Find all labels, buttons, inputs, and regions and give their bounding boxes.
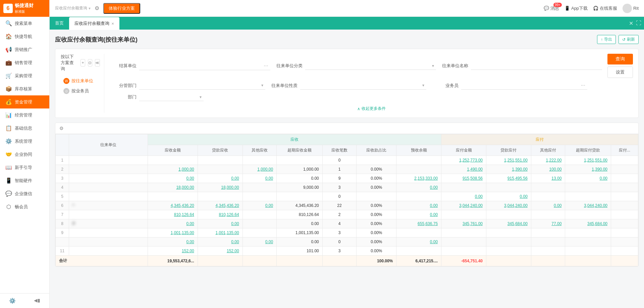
cell-link[interactable]: 18,000.00 [221, 185, 239, 190]
cell-link[interactable]: 13.00 [551, 176, 561, 181]
cell-link[interactable]: 810,126.64 [219, 212, 239, 217]
cell-link[interactable]: 77.00 [551, 221, 561, 226]
cell-link[interactable]: 0.00 [186, 176, 194, 181]
cell-link[interactable]: 0.00 [231, 239, 239, 244]
unit-name-input[interactable] [471, 62, 602, 70]
online-service-btn[interactable]: 🎧 在线客服 [593, 5, 617, 11]
cell-link[interactable]: 655,636.75 [418, 221, 438, 226]
table-settings-icon[interactable]: ⚙ [59, 126, 64, 131]
cell-link[interactable]: 915,495.56 [507, 176, 528, 181]
cell-link[interactable]: 810,126.64 [174, 212, 194, 217]
cell-link[interactable]: 915,508.56 [463, 176, 483, 181]
sidebar-item-quick-nav[interactable]: 🏠 快捷导航 [0, 30, 49, 43]
cell-link[interactable]: 1,000.00 [257, 167, 273, 172]
unit-nature-select[interactable]: ▾ [300, 82, 426, 90]
division-select[interactable]: ▾ [139, 82, 265, 90]
cell-link[interactable]: 152.00 [182, 249, 194, 253]
cell-link[interactable]: 4,345,436.20 [171, 203, 194, 208]
salesman-input[interactable]: ··· [461, 81, 587, 90]
cell-link[interactable]: 100.00 [549, 167, 562, 172]
table-row[interactable]: 21,000.001,000.001,000.0010.00%1,490.001… [56, 165, 638, 174]
cell-link[interactable]: 345,684.00 [507, 221, 528, 226]
department-select[interactable]: ▾ [139, 93, 204, 101]
add-scheme-btn[interactable]: + [80, 59, 85, 67]
expand-btn[interactable]: ⛶ [636, 20, 641, 26]
sidebar-item-wechat[interactable]: 💬 企业微信 [0, 187, 49, 200]
cell-link[interactable]: 4,345,436.20 [216, 203, 239, 208]
sidebar-item-guide[interactable]: 📖 新手引导 [0, 161, 49, 174]
user-info[interactable]: Rit [623, 4, 639, 13]
sidebar-item-member[interactable]: ⬡ 畅会员 [0, 200, 49, 213]
cell-link[interactable]: 0.00 [231, 221, 239, 226]
cell-link[interactable]: 2,153,333.00 [414, 176, 438, 181]
table-row[interactable]: 30.000.000.000.0090.00%2,153,333.00915,5… [56, 174, 638, 183]
app-download-btn[interactable]: 📱 App下载 [565, 5, 588, 11]
cell-link[interactable]: 1,252,773.00 [459, 158, 483, 163]
table-row[interactable]: 8P0.000.000.0040.00%655,636.75345,761.00… [56, 219, 638, 228]
close-window-btn[interactable]: ✕ [629, 20, 633, 27]
cell-link[interactable]: 3,044,240.00 [504, 203, 528, 208]
mode-by-unit[interactable]: W 按往来单位 [61, 76, 100, 86]
cell-link[interactable]: 1,000.00 [178, 167, 194, 172]
gear-icon[interactable]: ⚙ [95, 5, 99, 11]
sidebar-item-collab[interactable]: 🤝 企业协同 [0, 148, 49, 161]
sidebar-item-operations[interactable]: 📊 经营管理 [0, 108, 49, 122]
cell-link[interactable]: 0.00 [520, 194, 528, 199]
cell-link[interactable]: 1,390.00 [512, 167, 528, 172]
cell-link[interactable]: 1,001,135.00 [171, 230, 194, 235]
sidebar-item-search-menu[interactable]: 🔍 搜索菜单 [0, 17, 49, 30]
cell-link[interactable]: 0.00 [600, 176, 607, 181]
sidebar-item-basic[interactable]: 📋 基础信息 [0, 122, 49, 135]
sidebar-item-hardware[interactable]: 📱 智能硬件 [0, 174, 49, 187]
sidebar-item-sales[interactable]: 💼 销售管理 [0, 56, 49, 69]
message-btn[interactable]: 💬 消息 99+ [544, 5, 559, 11]
cell-link[interactable]: 0.00 [475, 194, 483, 199]
sidebar-item-marketing[interactable]: 📢 营销推广 [0, 43, 49, 56]
cell-link[interactable]: 1,251,551.00 [584, 158, 607, 163]
cell-link[interactable]: 0.00 [265, 203, 273, 208]
cell-link[interactable]: 0.00 [430, 185, 438, 190]
promo-button[interactable]: 体验行业方案 [103, 3, 140, 14]
cell-link[interactable]: 0.00 [265, 176, 273, 181]
cell-link[interactable]: 0.00 [265, 239, 273, 244]
tab-ar-ap-query[interactable]: 应收应付余额查询 ✕ [69, 17, 119, 30]
table-row[interactable]: 11152.00152.00101.0030.00% [56, 247, 638, 256]
cell-link[interactable]: 345,684.00 [587, 221, 607, 226]
table-row[interactable]: 6^4,345,436.204,345,436.200.004,345,436.… [56, 201, 638, 210]
cell-link[interactable]: 345,761.00 [463, 221, 483, 226]
cell-link[interactable]: 0.00 [430, 212, 438, 217]
sidebar-item-system[interactable]: ⚙️ 系统管理 [0, 135, 49, 148]
cell-link[interactable]: 1,222.00 [546, 158, 562, 163]
refresh-button[interactable]: ↺ 刷新 [619, 35, 639, 44]
cell-link[interactable]: 1,251,551.00 [504, 158, 528, 163]
mode-by-staff[interactable]: ⊙ 按业务员 [61, 86, 100, 96]
cell-link[interactable]: 0.00 [231, 176, 239, 181]
cell-link[interactable]: 1,490.00 [467, 167, 483, 172]
query-button[interactable]: 查询 [607, 54, 633, 64]
cell-link[interactable]: 3,044,240.00 [584, 203, 607, 208]
export-button[interactable]: ↑ 导出 [597, 35, 616, 44]
sidebar-item-inventory[interactable]: 📦 库存核算 [0, 82, 49, 95]
table-row[interactable]: 7810,126.64810,126.64810,126.6420.00%0.0… [56, 210, 638, 219]
table-row[interactable]: 91,001,135.001,001,135.001,001,135.0030.… [56, 228, 638, 237]
sidebar-settings-btn[interactable]: ⚙️ [9, 298, 16, 304]
cell-link[interactable]: 18,000.00 [176, 185, 194, 190]
tab-home[interactable]: 首页 [50, 17, 69, 30]
cell-link[interactable]: 0.00 [186, 221, 194, 226]
cell-link[interactable]: 1,390.00 [592, 167, 607, 172]
collapse-conditions-btn[interactable]: ∧ 收起更多条件 [110, 104, 633, 113]
cell-link[interactable]: 0.00 [430, 203, 438, 208]
scheme-more-btn[interactable]: ≪ [95, 59, 100, 67]
tab-close-btn[interactable]: ✕ [111, 22, 114, 26]
sidebar-collapse-btn[interactable]: ◀▮ [34, 298, 40, 304]
scheme-settings-btn[interactable]: ⊙ [88, 59, 92, 67]
unit-category-select[interactable]: ▾ [305, 62, 436, 70]
settlement-unit-input[interactable]: ··· [139, 62, 270, 70]
cell-link[interactable]: 152.00 [227, 249, 239, 253]
table-row[interactable]: 418,000.0018,000.009,000.0030.00%0.00 [56, 183, 638, 192]
cell-link[interactable]: 0.00 [554, 203, 561, 208]
setting-button[interactable]: 设置 [607, 67, 633, 78]
sidebar-item-purchase[interactable]: 🛒 采购管理 [0, 69, 49, 82]
cell-link[interactable]: 3,044,240.00 [459, 203, 483, 208]
table-row[interactable]: 500.000.00 [56, 192, 638, 201]
